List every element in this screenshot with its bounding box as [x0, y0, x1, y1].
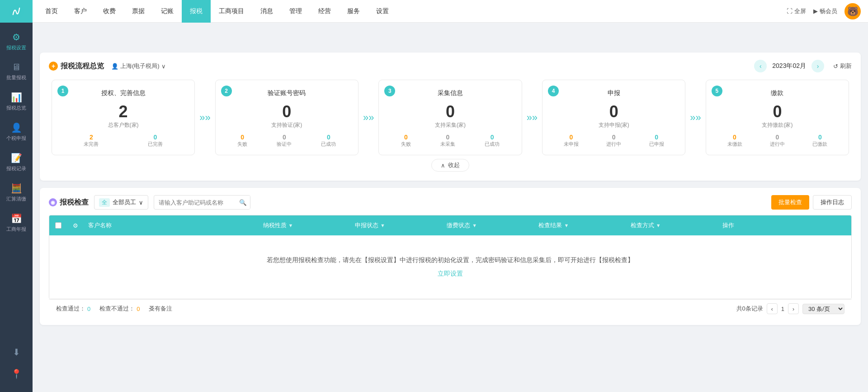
- vip-btn[interactable]: ▶ 畅会员: [813, 7, 837, 15]
- th-checkbox[interactable]: [49, 222, 67, 229]
- step-num-badge: 2: [221, 86, 232, 96]
- nav-item-服务[interactable]: 服务: [339, 0, 368, 23]
- empty-link[interactable]: 立即设置: [438, 270, 463, 278]
- step-sub-label: 支持缴款(家): [713, 121, 841, 129]
- step-main-num: 0: [386, 102, 514, 121]
- top-navigation: 首页客户收费票据记账报税工商项目消息管理经营服务设置 ⛶ 全屏 ▶ 畅会员 🐻: [0, 0, 868, 23]
- overview-icon: 📊: [11, 92, 22, 103]
- search-box: 🔍: [154, 195, 250, 210]
- step-num-badge: 5: [712, 86, 722, 96]
- flow-step-5: 5 缴款 0 支持缴款(家) 0 未缴款 0 进行中 0 已缴款: [706, 80, 849, 155]
- prev-month-btn[interactable]: ‹: [754, 60, 767, 72]
- batch-check-btn[interactable]: 批量检查: [771, 195, 809, 210]
- sidebar: ⚙ 报税设置 🖥 批量报税 📊 报税总览 👤 个税申报 📝 报税记录 🧮 汇算清…: [0, 23, 33, 392]
- sidebar-item-annual-report[interactable]: 📅 工商年报: [0, 208, 33, 238]
- pass-num[interactable]: 0: [87, 306, 90, 312]
- step-sub-label: 支持验证(家): [223, 121, 351, 129]
- flow-step-1: 1 授权、完善信息 2 总客户数(家) 2 未完善 0 已完善: [52, 80, 195, 155]
- refresh-btn[interactable]: ↺ 刷新: [833, 62, 852, 70]
- pass-label: 检查通过：: [56, 305, 85, 313]
- sidebar-bottom: ⬇ 📍: [0, 341, 33, 392]
- fail-stat: 检查不通过： 0: [99, 305, 140, 313]
- search-input[interactable]: [154, 199, 236, 206]
- next-page-btn[interactable]: ›: [788, 303, 799, 314]
- app-logo[interactable]: [0, 0, 33, 23]
- sidebar-item-download[interactable]: ⬇: [0, 341, 33, 363]
- header-right: 批量检查 操作日志: [771, 195, 852, 210]
- fullscreen-label: 全屏: [794, 7, 806, 15]
- nav-item-设置[interactable]: 设置: [368, 0, 397, 23]
- filter-icon-declare[interactable]: ▼: [380, 223, 385, 228]
- step-num-badge: 1: [57, 86, 68, 96]
- filter-icon-tax[interactable]: ▼: [288, 223, 293, 228]
- per-page-select[interactable]: 30 条/页 50 条/页 100 条/页: [802, 304, 844, 314]
- th-gear[interactable]: ⚙: [67, 222, 84, 229]
- record-icon: 📝: [11, 153, 22, 163]
- stat: 0 失败: [401, 134, 411, 148]
- th-check-result-label: 检查结果: [538, 221, 562, 229]
- stat: 0 失败: [237, 134, 247, 148]
- th-check-result: 检查结果 ▼: [534, 221, 626, 229]
- location-person-icon: 👤: [111, 63, 118, 70]
- user-avatar[interactable]: 🐻: [844, 3, 861, 19]
- sidebar-item-personal-tax[interactable]: 👤 个税申报: [0, 117, 33, 147]
- nav-item-记账[interactable]: 记账: [153, 0, 182, 23]
- search-button[interactable]: 🔍: [236, 195, 250, 210]
- step-stats: 0 失败 0 验证中 0 已成功: [223, 134, 351, 148]
- fail-num[interactable]: 0: [137, 306, 140, 312]
- refresh-icon: ↺: [833, 63, 838, 70]
- current-page: 1: [781, 306, 784, 312]
- nav-item-客户[interactable]: 客户: [66, 0, 95, 23]
- empty-message: 若您想使用报税检查功能，请先在【报税设置】中进行报税的初始化设置，完成密码验证和…: [267, 256, 634, 264]
- step-stats: 0 未缴款 0 进行中 0 已缴款: [713, 134, 841, 148]
- nav-item-首页[interactable]: 首页: [37, 0, 66, 23]
- table-body-empty: 若您想使用报税检查功能，请先在【报税设置】中进行报税的初始化设置，完成密码验证和…: [49, 235, 851, 299]
- stat: 0 进行中: [606, 134, 621, 148]
- check-title-icon: ◉: [49, 198, 57, 206]
- next-month-btn[interactable]: ›: [811, 60, 824, 72]
- collapse-btn[interactable]: ∧ 收起: [431, 159, 469, 172]
- sidebar-label-annual-report: 工商年报: [6, 226, 26, 233]
- pass-stat: 检查通过： 0: [56, 305, 90, 313]
- operation-log-btn[interactable]: 操作日志: [813, 195, 852, 210]
- filter-icon-pay[interactable]: ▼: [472, 223, 477, 228]
- flow-panel-title: + 报税流程总览: [49, 62, 104, 71]
- step-stats: 0 失败 0 未采集 0 已成功: [386, 134, 514, 148]
- sidebar-item-location[interactable]: 📍: [0, 363, 33, 385]
- employee-filter[interactable]: 全 全部员工 ∨: [94, 195, 148, 210]
- flow-steps: 1 授权、完善信息 2 总客户数(家) 2 未完善 0 已完善 »» 2 验证账…: [49, 80, 852, 155]
- fail-label: 检查不通过：: [99, 305, 135, 313]
- stat: 2 未完善: [84, 134, 99, 148]
- step-main-num: 0: [223, 102, 351, 121]
- th-pay-status: 缴费状态 ▼: [442, 221, 534, 229]
- step-arrow-2: »»: [361, 80, 376, 155]
- nav-item-报税[interactable]: 报税: [182, 0, 211, 23]
- prev-page-btn[interactable]: ‹: [767, 303, 778, 314]
- th-declare-label: 申报状态: [355, 221, 378, 229]
- filter-icon-method[interactable]: ▼: [656, 223, 661, 228]
- settlement-icon: 🧮: [11, 183, 22, 194]
- sidebar-item-tax-overview[interactable]: 📊 报税总览: [0, 86, 33, 117]
- filter-icon-result[interactable]: ▼: [564, 223, 569, 228]
- header-checkbox[interactable]: [55, 222, 61, 229]
- sidebar-item-batch-tax[interactable]: 🖥 批量报税: [0, 57, 33, 86]
- sidebar-item-tax-settings[interactable]: ⚙ 报税设置: [0, 26, 33, 57]
- stat: 0 验证中: [277, 134, 292, 148]
- step-arrow-3: »»: [525, 80, 539, 155]
- nav-item-票据[interactable]: 票据: [124, 0, 153, 23]
- step-sub-label: 支持采集(家): [386, 121, 514, 129]
- nav-item-收费[interactable]: 收费: [95, 0, 124, 23]
- nav-item-工商项目[interactable]: 工商项目: [211, 0, 252, 23]
- nav-item-管理[interactable]: 管理: [281, 0, 310, 23]
- step-sub-label: 总客户数(家): [59, 121, 187, 129]
- nav-item-消息[interactable]: 消息: [252, 0, 281, 23]
- sidebar-item-tax-record[interactable]: 📝 报税记录: [0, 147, 33, 177]
- location-icon: 📍: [11, 368, 22, 379]
- sidebar-label-tax-overview: 报税总览: [6, 105, 26, 111]
- location-tag[interactable]: 👤 上海(电子税局) ∨: [111, 62, 166, 70]
- sidebar-item-settlement[interactable]: 🧮 汇算清缴: [0, 177, 33, 208]
- current-month: 2023年02月: [772, 62, 806, 70]
- fullscreen-btn[interactable]: ⛶ 全屏: [787, 7, 806, 15]
- nav-item-经营[interactable]: 经营: [310, 0, 339, 23]
- settings-icon: ⚙: [12, 32, 20, 43]
